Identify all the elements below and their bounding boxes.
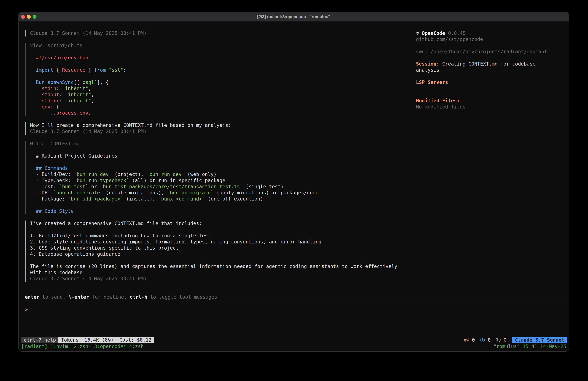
info-count: 0 xyxy=(488,337,491,343)
terminal-line: - DB: `bun db generate` (create migratio… xyxy=(30,190,569,196)
diagnostics: Ⓦ 0ⓘ 0ⓗ 0 xyxy=(464,337,506,343)
terminal-window: [2/3] radiant:3:opencode - "romulus" Cla… xyxy=(18,12,569,352)
status-right: Ⓦ 0ⓘ 0ⓗ 0 Claude 3.7 Sonnet xyxy=(464,337,567,343)
help-key-label: ctrl+? xyxy=(24,337,41,343)
terminal-line xyxy=(30,147,569,153)
terminal-line: - TypeCheck: `bun run typecheck` (all) o… xyxy=(30,178,569,184)
terminal-line: 4. Database operations guidance xyxy=(30,251,569,257)
sidebar-line: Session: Creating CONTEXT.md for codebas… xyxy=(416,61,547,67)
info-icon: ⓘ xyxy=(480,337,488,343)
help-label: help xyxy=(41,337,56,343)
tmux-session-info: "romulus" 15:41 14-May-25 xyxy=(493,344,566,350)
model-badge: Claude 3.7 Sonnet xyxy=(512,337,567,343)
terminal-line xyxy=(30,202,569,208)
terminal-line: Claude 3.7 Sonnet (14 May 2025 03:41 PM) xyxy=(30,276,569,282)
terminal-line: ## Code Style xyxy=(30,208,569,214)
prompt-icon: > xyxy=(25,307,28,313)
terminal-line: 3. CSS styling conventions specific to t… xyxy=(30,245,569,251)
sidebar: © OpenCode 0.0.45github.com/sst/opencode… xyxy=(416,30,547,110)
terminal-line: - Build/Dev: `bun run dev` (project), `b… xyxy=(30,171,569,178)
input-hint: enter to send, \+enter for newline, ctrl… xyxy=(25,294,569,300)
terminal-line: ## Commands xyxy=(30,165,569,171)
terminal-line xyxy=(30,257,569,264)
sidebar-line xyxy=(416,92,547,98)
chat-block-assistant-message-summary: I've created a comprehensive CONTEXT.md … xyxy=(25,221,569,282)
terminal-line: - Package: `bun add <package>` (install)… xyxy=(30,196,569,202)
sidebar-line xyxy=(416,55,547,61)
desktop: [2/3] radiant:3:opencode - "romulus" Cla… xyxy=(0,0,588,381)
sidebar-lines: © OpenCode 0.0.45github.com/sst/opencode… xyxy=(416,30,547,110)
window-title: [2/3] radiant:3:opencode - "romulus" xyxy=(18,12,569,21)
sidebar-line: No modified files xyxy=(416,104,547,110)
terminal-line: # Radiant Project Guidelines xyxy=(30,153,569,159)
sidebar-line: cwd: /home/thdxr/dev/projects/radiant/ra… xyxy=(416,49,547,55)
sidebar-line: © OpenCode 0.0.45 xyxy=(416,30,547,37)
terminal-line: with this codebase. xyxy=(30,269,569,276)
terminal-line: Claude 3.7 Sonnet (14 May 2025 03:41 PM) xyxy=(30,129,569,135)
window-titlebar: [2/3] radiant:3:opencode - "romulus" xyxy=(18,12,569,22)
tmux-status-bar: [radiant] 1:nvim 2:zsh- 3:opencode* 4:zs… xyxy=(21,344,566,350)
terminal-line: Write: CONTEXT.md xyxy=(30,141,569,147)
help-badge: ctrl+? help xyxy=(21,337,59,343)
sidebar-line: LSP Servers xyxy=(416,79,547,86)
sidebar-line: github.com/sst/opencode xyxy=(416,37,547,43)
warnings-icon: Ⓦ xyxy=(464,337,472,343)
terminal-line xyxy=(30,159,569,165)
terminal-line: 2. Code style guidelines covering import… xyxy=(30,239,569,245)
diagnostic-hints: ⓗ 0 xyxy=(496,337,506,343)
warnings-count: 0 xyxy=(472,337,475,343)
status-left: ctrl+? help Tokens: 16.4K (8%), Cost: $0… xyxy=(21,337,154,343)
terminal-content: Claude 3.7 Sonnet (14 May 2025 03:41 PM)… xyxy=(18,21,569,352)
terminal-line: ...process.env, xyxy=(30,110,569,116)
diagnostic-warnings: Ⓦ 0 xyxy=(464,337,475,343)
input-separator xyxy=(25,301,567,301)
tokens-cost-badge: Tokens: 16.4K (8%), Cost: $0.12 xyxy=(59,337,154,343)
terminal-line: I've created a comprehensive CONTEXT.md … xyxy=(30,221,569,227)
sidebar-line xyxy=(416,86,547,92)
sidebar-line xyxy=(416,73,547,79)
sidebar-line: analysis xyxy=(416,67,547,73)
hints-count: 0 xyxy=(504,337,506,343)
hints-icon: ⓗ xyxy=(496,337,504,343)
chat-block-tool-write-context-md: Write: CONTEXT.md # Radiant Project Guid… xyxy=(25,141,569,214)
message-input[interactable]: > xyxy=(25,307,567,313)
diagnostic-info: ⓘ 0 xyxy=(480,337,491,343)
terminal-line: Now I'll create a comprehensive CONTEXT.… xyxy=(30,122,569,129)
terminal-line: 1. Build/lint/test commands including ho… xyxy=(30,233,569,239)
sidebar-line xyxy=(416,43,547,49)
sidebar-line: Modified Files: xyxy=(416,98,547,104)
terminal-line xyxy=(30,227,569,233)
status-bar: ctrl+? help Tokens: 16.4K (8%), Cost: $0… xyxy=(21,337,567,343)
terminal-line: The file is concise (20 lines) and captu… xyxy=(30,264,569,269)
terminal-line: - Test: `bun test` or `bun test packages… xyxy=(30,184,569,190)
tmux-windows: [radiant] 1:nvim 2:zsh- 3:opencode* 4:zs… xyxy=(21,344,144,350)
chat-block-assistant-message-intro: Now I'll create a comprehensive CONTEXT.… xyxy=(25,122,569,135)
